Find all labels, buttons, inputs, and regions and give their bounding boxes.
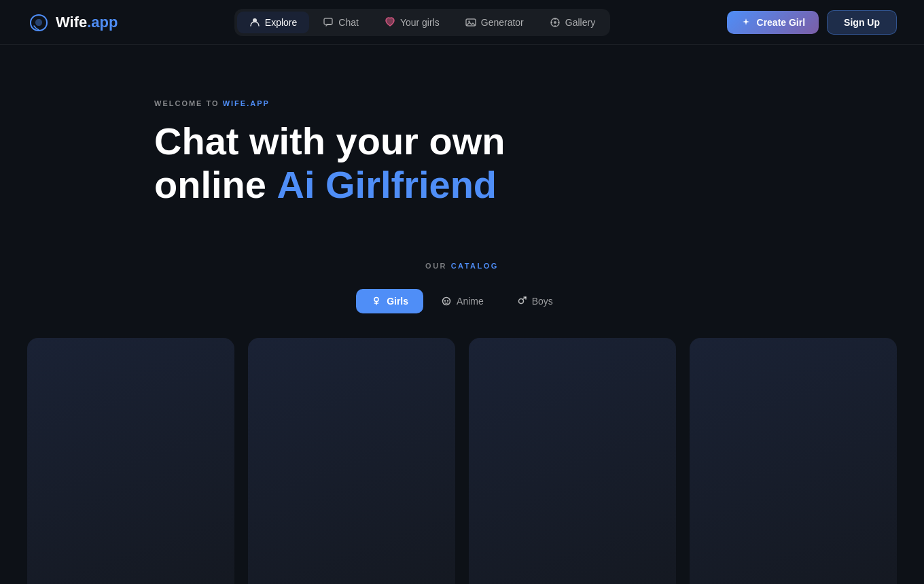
filter-girls[interactable]: Girls	[356, 289, 423, 313]
svg-point-5	[554, 21, 556, 24]
card-4[interactable]	[690, 338, 897, 584]
create-girl-button[interactable]: Create Girl	[727, 11, 819, 34]
cards-grid	[27, 338, 897, 584]
card-1[interactable]	[27, 338, 234, 584]
header-right: Create Girl Sign Up	[727, 10, 897, 35]
user-icon	[249, 17, 260, 28]
female-icon	[371, 296, 382, 307]
svg-rect-1	[324, 18, 332, 24]
tab-gallery[interactable]: Gallery	[537, 12, 607, 33]
svg-point-10	[374, 297, 378, 301]
sparkle-icon	[741, 17, 751, 28]
hero-title: Chat with your own online Ai Girlfriend	[154, 120, 770, 207]
tab-your-girls[interactable]: Your girls	[372, 12, 452, 33]
card-3[interactable]	[469, 338, 676, 584]
tab-chat[interactable]: Chat	[310, 12, 371, 33]
filter-tabs: Girls Anime Boys	[27, 289, 897, 313]
filter-anime[interactable]: Anime	[426, 289, 499, 313]
male-icon	[516, 296, 527, 307]
welcome-label: WELCOME TO WIFE.APP	[154, 99, 770, 107]
catalog-section: OUR CATALOG Girls Anime	[0, 248, 924, 584]
catalog-label: OUR CATALOG	[27, 262, 897, 270]
tab-generator[interactable]: Generator	[453, 12, 536, 33]
gallery-icon	[550, 17, 561, 28]
logo-text: Wife.app	[56, 14, 118, 31]
hero-section: WELCOME TO WIFE.APP Chat with your own o…	[0, 45, 924, 248]
chat-icon	[323, 17, 334, 28]
anime-icon	[441, 296, 452, 307]
tab-explore[interactable]: Explore	[237, 12, 309, 33]
logo[interactable]: Wife.app	[27, 11, 118, 34]
svg-point-16	[518, 298, 523, 303]
logo-icon	[27, 11, 50, 34]
header: Wife.app Explore Chat Your girls	[0, 0, 924, 45]
signup-button[interactable]: Sign Up	[827, 10, 897, 35]
filter-boys[interactable]: Boys	[501, 289, 568, 313]
svg-point-14	[444, 300, 446, 301]
card-2[interactable]	[248, 338, 455, 584]
image-icon	[465, 17, 476, 28]
nav-tabs: Explore Chat Your girls Generator	[234, 9, 610, 36]
heart-icon	[385, 17, 395, 28]
svg-point-15	[447, 300, 448, 301]
